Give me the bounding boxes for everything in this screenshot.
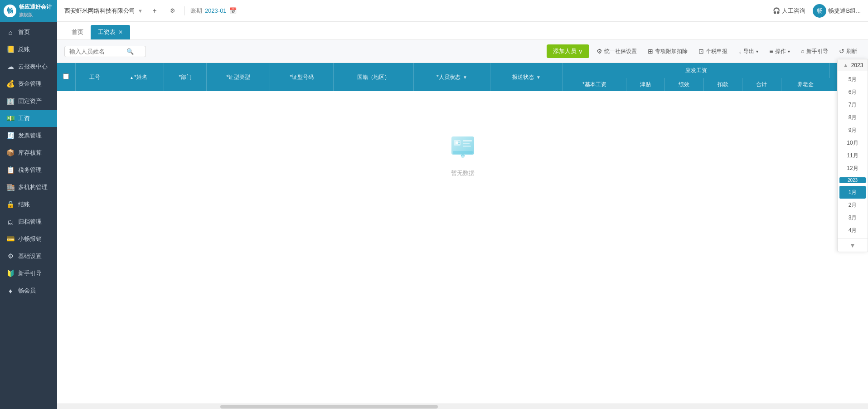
- sidebar-item-fund-label: 资金管理: [18, 80, 42, 88]
- period-value[interactable]: 2023-01: [205, 7, 227, 14]
- date-prev-year-button[interactable]: ▲: [842, 62, 849, 69]
- account-period: 账期 2023-01 📅: [190, 7, 237, 15]
- sidebar-item-ledger[interactable]: 📒 总账: [0, 41, 57, 58]
- svg-rect-6: [453, 151, 473, 154]
- table-header-allowance: 津贴: [626, 78, 664, 91]
- export-button[interactable]: ↓ 导出 ▾: [735, 46, 762, 57]
- table-header-name: ▴ *姓名: [114, 63, 164, 91]
- company-dropdown-icon: ▼: [138, 8, 143, 14]
- sidebar-item-archive[interactable]: 🗂 归档管理: [0, 213, 57, 230]
- horizontal-scrollbar[interactable]: [57, 404, 868, 409]
- sidebar-item-new-guide[interactable]: 🔰 新手引导: [0, 265, 57, 282]
- sidebar-item-cloud-report[interactable]: ☁ 云报表中心: [0, 58, 57, 75]
- tabs-bar: 首页 工资表 ✕: [57, 22, 868, 40]
- date-month-11[interactable]: 11月: [838, 149, 868, 162]
- sidebar-item-multi-org[interactable]: 🏬 多机构管理: [0, 179, 57, 196]
- date-next-year-button[interactable]: ▼: [848, 241, 857, 250]
- sidebar-item-fixed-assets-label: 固定资产: [18, 97, 42, 105]
- sidebar-item-tax-label: 税务管理: [18, 166, 42, 174]
- user-name: 畅捷通B组...: [828, 7, 861, 15]
- table-header-checkbox[interactable]: [57, 63, 75, 91]
- app-logo: 畅 畅应通好会计 旗舰版: [0, 0, 57, 22]
- sidebar-item-basic-settings-label: 基础设置: [18, 252, 42, 260]
- date-month-12[interactable]: 12月: [838, 162, 868, 175]
- sidebar-item-membership[interactable]: ♦ 畅会员: [0, 282, 57, 299]
- company-name: 西安虾米网络科技有限公司: [64, 7, 135, 15]
- table-header-deduction: 扣款: [703, 78, 742, 91]
- date-month-2[interactable]: 2月: [838, 199, 868, 211]
- support-button[interactable]: 🎧 人工咨询: [773, 7, 805, 15]
- sidebar-nav: ⌂ 首页 📒 总账 ☁ 云报表中心 💰 资金管理 🏢 固定资产 💵 工资 🧾 发…: [0, 22, 57, 409]
- social-security-icon: ⚙: [596, 48, 602, 55]
- date-month-4[interactable]: 4月: [838, 224, 868, 237]
- sidebar-item-multi-org-label: 多机构管理: [18, 183, 48, 191]
- scrollbar-thumb[interactable]: [220, 405, 438, 409]
- multi-org-icon: 🏬: [6, 183, 15, 191]
- table-header-cert-no: *证型号码: [270, 63, 334, 91]
- date-month-1[interactable]: 1月: [839, 186, 866, 199]
- submit-filter-icon[interactable]: ▼: [536, 75, 541, 80]
- date-month-7[interactable]: 7月: [838, 98, 868, 111]
- sidebar-item-basic-settings[interactable]: ⚙ 基础设置: [0, 248, 57, 265]
- sidebar-item-fixed-assets[interactable]: 🏢 固定资产: [0, 93, 57, 110]
- empty-icon: [445, 127, 481, 164]
- refresh-button[interactable]: ↺ 刷新: [835, 46, 861, 57]
- app-edition: 旗舰版: [19, 12, 52, 18]
- social-security-button[interactable]: ⚙ 统一社保设置: [593, 46, 640, 57]
- table-header-submit-status: 报送状态 ▼: [490, 63, 563, 91]
- period-label: 账期: [190, 7, 202, 15]
- tax-declaration-button[interactable]: ⊡ 个税申报: [695, 46, 731, 57]
- sidebar-item-salary-label: 工资: [18, 114, 30, 122]
- search-input[interactable]: [69, 48, 124, 55]
- sidebar-item-salary[interactable]: 💵 工资: [0, 110, 57, 127]
- company-selector[interactable]: 西安虾米网络科技有限公司 ▼: [64, 7, 143, 15]
- sidebar: 畅 畅应通好会计 旗舰版 ⌂ 首页 📒 总账 ☁ 云报表中心 💰 资金管理 🏢 …: [0, 0, 57, 409]
- sidebar-item-inventory[interactable]: 📦 库存核算: [0, 144, 57, 161]
- new-guide-button[interactable]: ○ 新手引导: [797, 46, 832, 57]
- table-header-dept: *部门: [164, 63, 207, 91]
- special-deduction-button[interactable]: ⊞ 专项附加扣除: [644, 46, 691, 57]
- tab-salary[interactable]: 工资表 ✕: [91, 25, 130, 39]
- date-month-9[interactable]: 9月: [838, 124, 868, 136]
- sidebar-item-tax[interactable]: 📋 税务管理: [0, 161, 57, 179]
- add-person-label: 添加人员: [553, 47, 577, 55]
- company-settings-button[interactable]: ⚙: [166, 5, 179, 17]
- operation-button[interactable]: ≡ 操作 ▾: [766, 46, 793, 57]
- svg-rect-3: [463, 143, 470, 144]
- sidebar-item-membership-label: 畅会员: [18, 287, 36, 295]
- sidebar-item-expense[interactable]: 💳 小畅报销: [0, 230, 57, 248]
- table-header-salary-group: 应发工资: [563, 63, 829, 78]
- table-header-base-salary: *基本工资: [563, 78, 626, 91]
- date-month-6[interactable]: 6月: [838, 86, 868, 98]
- topbar: 西安虾米网络科技有限公司 ▼ + ⚙ 账期 2023-01 📅 🎧 人工咨询 畅…: [57, 0, 868, 22]
- topbar-right: 🎧 人工咨询 畅 畅捷通B组...: [773, 4, 861, 18]
- table-header-no: 工号: [75, 63, 114, 91]
- sidebar-item-home[interactable]: ⌂ 首页: [0, 24, 57, 41]
- tab-home[interactable]: 首页: [64, 25, 91, 39]
- table-header-total: 合计: [742, 78, 781, 91]
- select-all-checkbox[interactable]: [63, 73, 69, 79]
- add-person-button[interactable]: 添加人员 ∨: [547, 44, 589, 58]
- home-icon: ⌂: [6, 29, 15, 36]
- user-menu[interactable]: 畅 畅捷通B组...: [813, 4, 861, 18]
- status-filter-icon[interactable]: ▼: [463, 75, 467, 80]
- add-company-button[interactable]: +: [148, 5, 161, 17]
- date-month-8[interactable]: 8月: [838, 111, 868, 124]
- tab-salary-label: 工资表: [98, 28, 116, 36]
- date-month-10[interactable]: 10月: [838, 136, 868, 149]
- sidebar-item-home-label: 首页: [18, 28, 30, 36]
- date-panel-year: 2023: [851, 62, 863, 68]
- date-month-3[interactable]: 3月: [838, 211, 868, 224]
- sidebar-item-close-account[interactable]: 🔒 结账: [0, 196, 57, 213]
- guide-icon: 🔰: [6, 269, 15, 278]
- sidebar-item-invoice-label: 发票管理: [18, 131, 42, 140]
- tab-salary-close[interactable]: ✕: [118, 29, 123, 35]
- calendar-icon[interactable]: 📅: [229, 7, 237, 14]
- sidebar-item-fund[interactable]: 💰 资金管理: [0, 75, 57, 93]
- empty-text: 暂无数据: [451, 169, 475, 177]
- expense-icon: 💳: [6, 235, 15, 243]
- sidebar-item-invoice[interactable]: 🧾 发票管理: [0, 127, 57, 144]
- content-area: 🔍 添加人员 ∨ ⚙ 统一社保设置 ⊞ 专项附加扣除 ⊡ 个税申报 ↓ 导出: [57, 40, 868, 409]
- date-month-5[interactable]: 5月: [838, 73, 868, 86]
- svg-rect-4: [463, 146, 471, 147]
